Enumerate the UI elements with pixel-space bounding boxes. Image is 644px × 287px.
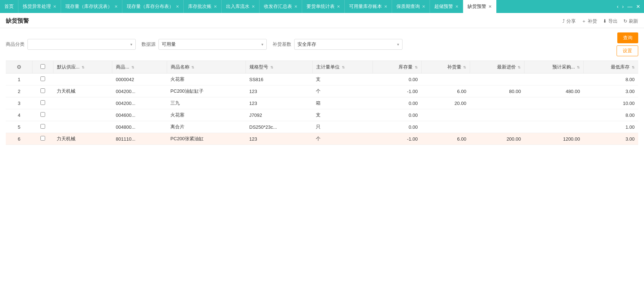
th-stock-sort-icon[interactable]: ⇅ — [415, 65, 418, 69]
row-supplier — [53, 74, 112, 85]
row-checkbox-3[interactable] — [40, 112, 45, 117]
tab-abnormal[interactable]: 拣货异常处理✕ — [18, 0, 61, 13]
row-supplier: 力天机械 — [53, 133, 112, 145]
th-plan-sort-icon[interactable]: ⇅ — [577, 65, 580, 69]
datasource-select-arrow-icon: ▾ — [261, 42, 264, 47]
th-code-sort-icon[interactable]: ⇅ — [131, 65, 134, 69]
th-spec-label: 规格型号 — [249, 64, 268, 70]
th-supplier-label: 默认供应... — [57, 64, 80, 70]
table-row: 5 004800... 离合片 DS250*23c... 只 0.00 1.00 — [6, 121, 638, 133]
row-latest-price: 80.00 — [470, 85, 525, 97]
tab-prev-button[interactable]: ‹ — [615, 3, 620, 10]
select-all-checkbox[interactable] — [40, 64, 45, 69]
tab-nav-buttons: ‹ › — ✕ — [613, 3, 644, 10]
window-close-button[interactable]: ✕ — [635, 3, 642, 10]
row-checkbox-0[interactable] — [40, 76, 45, 81]
tab-close-recv-summary[interactable]: ✕ — [294, 4, 297, 9]
row-code: 004600... — [112, 109, 167, 121]
tab-close-batch-ledger[interactable]: ✕ — [214, 4, 217, 9]
shortage-table: ⚙ 默认供应... ⇅ 商品... ⇅ 商品名称 ⇅ — [6, 61, 638, 145]
tab-available-ledger[interactable]: 可用量库存账本✕ — [345, 0, 392, 13]
row-unit: 箱 — [312, 97, 373, 109]
row-supplier — [53, 97, 112, 109]
row-min-stock: 8.00 — [584, 109, 638, 121]
replenish-button[interactable]: ＋ 补货 — [582, 18, 597, 25]
row-latest-price — [470, 97, 525, 109]
tab-close-inventory-status[interactable]: ✕ — [114, 4, 118, 9]
tab-inventory-dist[interactable]: 现存量（库存分布表）✕ — [122, 0, 184, 13]
page-title: 缺货预警 — [6, 17, 29, 25]
th-check — [32, 61, 53, 74]
th-min-stock-sort-icon[interactable]: ⇅ — [632, 65, 635, 69]
row-spec: 123 — [246, 85, 313, 97]
row-name: PC200张紧油缸 — [167, 133, 245, 145]
query-button[interactable]: 查询 — [617, 32, 638, 43]
th-price-sort-icon[interactable]: ⇅ — [518, 65, 521, 69]
th-unit: 主计量单位 ⇅ — [312, 61, 373, 74]
tab-close-order-stats[interactable]: ✕ — [337, 4, 340, 9]
tab-expiry-query[interactable]: 保质期查询✕ — [392, 0, 430, 13]
row-stock: -1.00 — [373, 133, 421, 145]
row-latest-price: 200.00 — [470, 133, 525, 145]
row-index: 6 — [6, 133, 32, 145]
row-spec: 123 — [246, 133, 313, 145]
tab-home[interactable]: 首页 — [0, 0, 18, 13]
th-min-stock-label: 最低库存 — [611, 64, 630, 70]
row-checkbox-4[interactable] — [40, 124, 45, 129]
tab-batch-ledger[interactable]: 库存批次账✕ — [184, 0, 222, 13]
tab-recv-summary[interactable]: 收发存汇总表✕ — [260, 0, 302, 13]
tab-inout-flow[interactable]: 出入库流水✕ — [222, 0, 260, 13]
row-spec: SS816 — [246, 74, 313, 85]
tab-close-shortage[interactable]: ✕ — [488, 4, 492, 9]
th-supplier-sort-icon[interactable]: ⇅ — [82, 65, 84, 69]
tab-shortage[interactable]: 缺货预警✕ — [463, 0, 496, 13]
th-replen-sort-icon[interactable]: ⇅ — [463, 65, 466, 69]
category-label: 商品分类 — [6, 41, 25, 48]
tab-close-overstock[interactable]: ✕ — [455, 4, 458, 9]
category-select[interactable]: ▾ — [27, 39, 136, 50]
tab-label-shortage: 缺货预警 — [467, 3, 486, 10]
page-container: 缺货预警 ⤴ 分享 ＋ 补货 ⬇ 导出 ↻ 刷新 商品分类 — [0, 13, 644, 287]
row-checkbox-5[interactable] — [40, 136, 45, 141]
refresh-icon: ↻ — [623, 18, 627, 24]
th-name-sort-icon[interactable]: ⇅ — [191, 65, 194, 69]
refresh-button[interactable]: ↻ 刷新 — [623, 18, 638, 25]
row-latest-price — [470, 109, 525, 121]
tab-next-button[interactable]: › — [621, 3, 625, 10]
tab-close-inventory-dist[interactable]: ✕ — [176, 4, 179, 9]
tab-close-available-ledger[interactable]: ✕ — [384, 4, 387, 9]
datasource-select[interactable]: 可用量 ▾ — [158, 39, 267, 50]
row-unit: 只 — [312, 121, 373, 133]
th-replen: 补货量 ⇅ — [421, 61, 470, 74]
row-supplier — [53, 121, 112, 133]
gear-icon[interactable]: ⚙ — [17, 64, 21, 70]
export-button[interactable]: ⬇ 导出 — [603, 18, 618, 25]
row-checkbox-2[interactable] — [40, 100, 45, 105]
row-name: 离合片 — [167, 121, 245, 133]
tab-close-expiry-query[interactable]: ✕ — [422, 4, 425, 9]
replen-base-select[interactable]: 安全库存 ▾ — [294, 39, 402, 50]
row-supplier: 力天机械 — [53, 85, 112, 97]
page-header: 缺货预警 ⤴ 分享 ＋ 补货 ⬇ 导出 ↻ 刷新 — [0, 13, 644, 28]
th-unit-sort-icon[interactable]: ⇅ — [342, 65, 345, 69]
row-stock: -1.00 — [373, 85, 421, 97]
row-checkbox-cell — [32, 133, 53, 145]
row-replen — [421, 109, 470, 121]
tab-label-home: 首页 — [4, 3, 14, 10]
row-checkbox-cell — [32, 85, 53, 97]
tab-order-stats[interactable]: 要货单统计表✕ — [302, 0, 345, 13]
th-spec-sort-icon[interactable]: ⇅ — [270, 65, 273, 69]
tab-overstock[interactable]: 超储预警✕ — [430, 0, 463, 13]
window-minimize-button[interactable]: — — [626, 3, 634, 10]
row-plan-purchase: 480.00 — [525, 85, 584, 97]
tab-inventory-status[interactable]: 现存量（库存状况表）✕ — [61, 0, 122, 13]
tab-close-abnormal[interactable]: ✕ — [53, 4, 56, 9]
settings-button[interactable]: 设置 — [617, 45, 638, 56]
share-button[interactable]: ⤴ 分享 — [562, 18, 576, 25]
tab-bar: 首页拣货异常处理✕现存量（库存状况表）✕现存量（库存分布表）✕库存批次账✕出入库… — [0, 0, 644, 13]
tab-close-inout-flow[interactable]: ✕ — [252, 4, 255, 9]
row-checkbox-1[interactable] — [40, 88, 45, 93]
table-row: 3 004200... 三九 123 箱 0.00 20.00 10.00 — [6, 97, 638, 109]
th-price-label: 最新进价 — [497, 64, 516, 70]
share-icon: ⤴ — [562, 18, 565, 24]
